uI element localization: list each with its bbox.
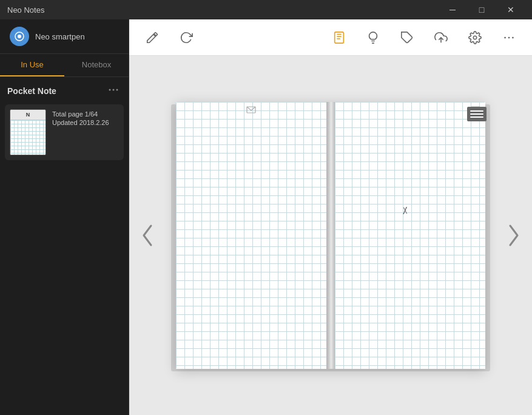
svg-point-14 [512,36,514,38]
logo-area: Neo smartpen [0,19,129,54]
menu-line-1 [470,110,483,112]
refresh-button[interactable] [175,27,197,49]
total-page-label: Total page [52,110,83,118]
tabs-bar: In Use Notebox [0,54,129,77]
more-icon [108,84,119,95]
title-bar: Neo Notes ─ □ ✕ [0,0,532,19]
svg-point-3 [113,89,115,91]
menu-line-3 [470,116,483,118]
thumb-letter: N [26,112,30,118]
thumb-header: N [10,110,45,120]
toolbar-right [328,27,520,49]
app-title: Neo Notes [7,5,44,15]
pencil-icon [146,31,159,44]
settings-icon [468,31,482,44]
updated-label: Updated [52,119,78,126]
sidebar: Neo smartpen In Use Notebox Pocket Note … [0,19,129,415]
tab-notebox[interactable]: Notebox [64,54,129,76]
settings-button[interactable] [464,27,486,49]
book-container: χ [176,102,485,369]
logo-text: Neo smartpen [35,32,85,41]
svg-rect-5 [335,32,344,42]
svg-point-11 [473,36,477,39]
notebook-thumbnail: N [10,109,46,155]
upload-button[interactable] [430,27,452,49]
maximize-button[interactable]: □ [468,0,496,19]
notebook-section-title: Pocket Note [7,86,56,96]
notebook-updated-info: Updated 2018.2.26 [52,119,119,126]
book-page-right: χ [335,102,485,369]
notebook-viewer: χ [129,56,532,415]
svg-point-12 [504,36,506,38]
notebook-item[interactable]: N Total page 1/64 Updated 2018.2.26 [5,104,124,160]
more-dots-icon [502,31,516,44]
mail-icon-left [246,106,256,113]
main-layout: Neo smartpen In Use Notebox Pocket Note … [0,19,532,415]
refresh-icon [180,31,193,44]
title-bar-controls: ─ □ ✕ [439,0,525,19]
notepad-icon [332,31,346,44]
svg-point-13 [508,36,510,38]
svg-point-2 [109,89,111,91]
notebook-section-header: Pocket Note [0,77,129,102]
tab-in-use[interactable]: In Use [0,54,64,76]
book-inner: χ [176,102,485,369]
toolbar-more-button[interactable] [498,27,520,49]
next-page-button[interactable] [502,223,526,248]
pencil-tool-button[interactable] [141,27,163,49]
notepad-button[interactable] [328,27,350,49]
prev-page-button[interactable] [135,223,160,248]
thumb-grid [10,120,45,155]
next-arrow-icon [507,223,521,248]
menu-line-2 [470,113,483,115]
svg-point-1 [18,35,21,38]
bulb-button[interactable] [362,27,384,49]
notebook-info: Total page 1/64 Updated 2018.2.26 [52,109,119,126]
neo-logo-svg [13,30,25,42]
toolbar-left [141,27,197,49]
book-spine [328,102,335,369]
upload-icon [434,31,448,44]
tag-button[interactable] [396,27,418,49]
bulb-icon [366,31,380,44]
book-spread: χ [176,102,485,369]
pencil-mark: χ [402,203,408,215]
close-button[interactable]: ✕ [497,0,525,19]
notebook-more-button[interactable] [106,83,121,98]
updated-value: 2018.2.26 [79,119,109,126]
content-area: χ [129,19,532,415]
prev-arrow-icon [140,223,155,248]
total-page-value: 1/64 [85,110,98,118]
book-page-left [176,102,328,369]
logo-icon [10,27,29,46]
left-page-mail-icon [246,106,256,115]
toolbar [129,19,532,56]
minimize-button[interactable]: ─ [439,0,466,19]
notebook-page-info: Total page 1/64 [52,110,119,118]
tag-icon [400,31,414,44]
svg-point-4 [116,89,118,91]
book-menu-panel[interactable] [467,107,487,121]
